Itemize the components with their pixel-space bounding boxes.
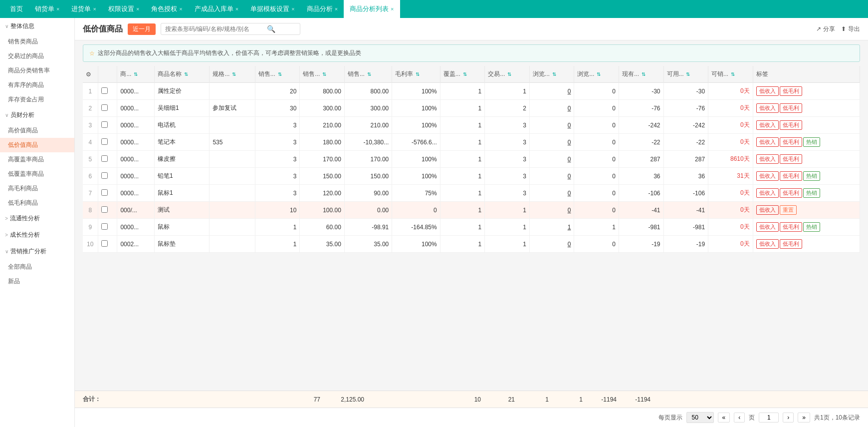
sidebar-item-销售类商品[interactable]: 销售类商品: [0, 34, 74, 49]
row-num: 3: [83, 117, 98, 134]
row-checkbox[interactable]: [98, 117, 117, 134]
view1-value[interactable]: 0: [568, 207, 571, 214]
info-text: 这部分商品的销售收入大幅低于商品平均销售收入，价值不高，可考虑调整营销策略，或是…: [98, 49, 361, 57]
sidebar-item-高覆盖率商品[interactable]: 高覆盖率商品: [0, 152, 74, 167]
row-checkbox[interactable]: [98, 134, 117, 151]
nav-item-单据模板设置[interactable]: 单据模板设置×: [244, 0, 300, 18]
row-select-checkbox[interactable]: [101, 138, 108, 145]
row-select-checkbox[interactable]: [101, 155, 108, 162]
nav-item-权限设置[interactable]: 权限设置×: [102, 0, 145, 18]
row-spec: 参加复试: [210, 100, 255, 117]
col-header-spec[interactable]: 规格... ⇅: [210, 66, 255, 83]
col-header-sales_qty[interactable]: 销售... ⇅: [255, 66, 300, 83]
sidebar-section-成长性分析[interactable]: >成长性分析: [0, 227, 74, 243]
view1-value[interactable]: 1: [568, 224, 571, 231]
row-available: -41: [663, 202, 708, 219]
nav-item-首页[interactable]: 首页: [4, 0, 29, 18]
row-select-checkbox[interactable]: [101, 223, 108, 230]
row-select-checkbox[interactable]: [101, 206, 108, 213]
view1-value[interactable]: 0: [568, 156, 571, 163]
row-select-checkbox[interactable]: [101, 189, 108, 196]
col-header-name[interactable]: 商品名称 ⇅: [154, 66, 210, 83]
row-checkbox[interactable]: [98, 185, 117, 202]
sidebar-item-新品[interactable]: 新品: [0, 274, 74, 289]
nav-close-icon[interactable]: ×: [335, 6, 338, 12]
sidebar-item-高毛利商品[interactable]: 高毛利商品: [0, 181, 74, 196]
nav-item-商品分析[interactable]: 商品分析×: [301, 0, 344, 18]
view1-value[interactable]: 0: [568, 139, 571, 146]
row-checkbox[interactable]: [98, 202, 117, 219]
nav-close-icon[interactable]: ×: [179, 6, 182, 12]
sidebar-section-流通性分析[interactable]: >流通性分析: [0, 210, 74, 227]
sidebar-item-全部商品[interactable]: 全部商品: [0, 260, 74, 274]
sidebar-item-低覆盖率商品[interactable]: 低覆盖率商品: [0, 167, 74, 181]
row-checkbox[interactable]: [98, 151, 117, 168]
sort-icon: ⇅: [366, 71, 371, 77]
col-header-gross_rate[interactable]: 毛利率 ⇅: [392, 66, 440, 83]
nav-close-icon[interactable]: ×: [235, 6, 238, 12]
view1-value[interactable]: 0: [568, 241, 571, 248]
row-checkbox[interactable]: [98, 168, 117, 185]
search-icon[interactable]: 🔍: [267, 25, 275, 33]
nav-close-icon[interactable]: ×: [93, 6, 96, 12]
sidebar-item-交易过的商品[interactable]: 交易过的商品: [0, 49, 74, 63]
prev-page-button[interactable]: ‹: [734, 413, 745, 423]
export-button[interactable]: ⬆ 导出: [841, 25, 860, 33]
view1-value[interactable]: 0: [568, 173, 571, 180]
tag-低毛利: 低毛利: [780, 154, 802, 164]
nav-item-商品分析列表[interactable]: 商品分析列表×: [344, 0, 400, 18]
row-select-checkbox[interactable]: [101, 121, 108, 128]
col-header-sales_cost[interactable]: 销售... ⇅: [344, 66, 392, 83]
page-number-input[interactable]: [759, 413, 779, 423]
next-page-button[interactable]: ›: [783, 413, 794, 423]
view1-value[interactable]: 0: [568, 88, 571, 95]
sidebar-section-员财分析[interactable]: ∨员财分析: [0, 107, 74, 123]
sidebar-item-库存资金占用[interactable]: 库存资金占用: [0, 92, 74, 107]
row-tags: 低收入低毛利: [753, 236, 860, 253]
row-select-checkbox[interactable]: [101, 172, 108, 179]
nav-close-icon[interactable]: ×: [136, 6, 139, 12]
last-page-button[interactable]: »: [798, 413, 810, 423]
col-header-cover[interactable]: 覆盖... ⇅: [440, 66, 485, 83]
row-select-checkbox[interactable]: [101, 240, 108, 247]
row-select-checkbox[interactable]: [101, 87, 108, 94]
sidebar-item-低价值商品[interactable]: 低价值商品: [0, 138, 74, 152]
col-header-sales_price[interactable]: 销售... ⇅: [300, 66, 345, 83]
footer-cover: 10: [456, 396, 486, 403]
view1-value[interactable]: 0: [568, 105, 571, 112]
nav-item-销货单[interactable]: 销货单×: [29, 0, 65, 18]
share-button[interactable]: ↗ 分享: [816, 25, 835, 33]
row-checkbox[interactable]: [98, 236, 117, 253]
sidebar-item-低毛利商品[interactable]: 低毛利商品: [0, 196, 74, 210]
row-gross-rate: 100%: [392, 117, 440, 134]
col-header-view2[interactable]: 浏览... ⇅: [574, 66, 619, 83]
sidebar-item-高价值商品[interactable]: 高价值商品: [0, 123, 74, 138]
sidebar-section-整体信息[interactable]: ∨整体信息: [0, 18, 74, 34]
nav-close-icon[interactable]: ×: [56, 6, 59, 12]
row-checkbox[interactable]: [98, 219, 117, 236]
col-header-view1[interactable]: 浏览... ⇅: [529, 66, 574, 83]
first-page-button[interactable]: «: [718, 413, 730, 423]
view1-value[interactable]: 0: [568, 190, 571, 197]
row-view1: 0: [529, 236, 574, 253]
nav-item-角色授权[interactable]: 角色授权×: [145, 0, 188, 18]
per-page-select[interactable]: 50 20 100: [686, 412, 714, 423]
search-input[interactable]: [165, 25, 265, 32]
col-header-current[interactable]: 现有... ⇅: [619, 66, 663, 83]
row-checkbox[interactable]: [98, 100, 117, 117]
view1-value[interactable]: 0: [568, 122, 571, 129]
col-header-sellable[interactable]: 可销... ⇅: [708, 66, 753, 83]
filter-button[interactable]: 近一月: [128, 23, 156, 35]
row-select-checkbox[interactable]: [101, 104, 108, 111]
sidebar-item-有库序的商品[interactable]: 有库序的商品: [0, 78, 74, 92]
nav-item-产成品入库单[interactable]: 产成品入库单×: [189, 0, 244, 18]
nav-close-icon[interactable]: ×: [391, 6, 394, 12]
col-header-available[interactable]: 可用... ⇅: [663, 66, 708, 83]
sidebar-item-商品分类销售率[interactable]: 商品分类销售率: [0, 63, 74, 78]
col-header-code[interactable]: 商... ⇅: [117, 66, 154, 83]
nav-item-进货单[interactable]: 进货单×: [65, 0, 102, 18]
nav-close-icon[interactable]: ×: [291, 6, 294, 12]
row-checkbox[interactable]: [98, 83, 117, 100]
sidebar-section-营销推广分析[interactable]: ∨营销推广分析: [0, 243, 74, 260]
col-header-trade[interactable]: 交易... ⇅: [485, 66, 530, 83]
